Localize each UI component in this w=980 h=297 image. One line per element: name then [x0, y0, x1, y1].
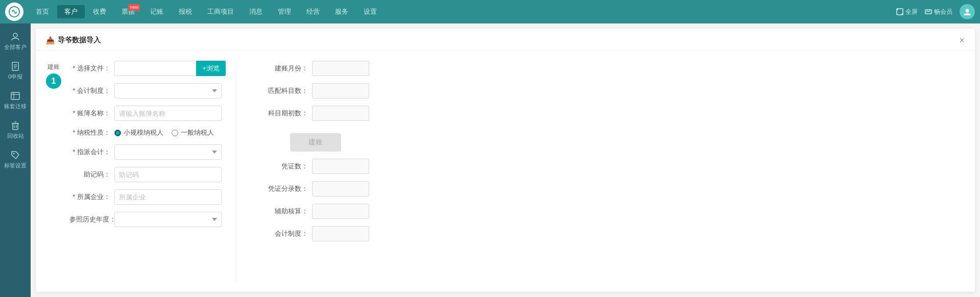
transfer-icon	[10, 91, 20, 101]
trash-icon	[10, 120, 20, 131]
accounting-system-value	[312, 226, 369, 241]
radio-general-tax-input[interactable]	[172, 130, 178, 136]
build-button[interactable]: 建账	[290, 133, 341, 152]
sidebar-item-all-customers[interactable]: 全部客户	[1, 28, 30, 55]
sidebar-item-declaration[interactable]: 0申报	[1, 57, 30, 85]
nav-service[interactable]: 服务	[328, 5, 355, 18]
dialog-header: 📥 导爷数据导入 ×	[36, 29, 975, 51]
svg-point-17	[13, 153, 15, 155]
sidebar-trash-label: 回收站	[7, 132, 24, 140]
user-icon	[10, 32, 20, 42]
accountant-row: * 指派会计：	[69, 144, 226, 160]
ledger-label: * 账簿名称：	[69, 109, 110, 118]
main-layout: 全部客户 0申报 账套迁移	[0, 23, 980, 297]
fullscreen-button[interactable]: 全屏	[896, 8, 918, 16]
nav-operation[interactable]: 经营	[299, 5, 327, 18]
company-input[interactable]	[114, 189, 222, 205]
accounting-label: * 会计制度：	[69, 86, 110, 95]
history-row: 参照历史年度：	[69, 212, 226, 227]
accountant-select[interactable]	[114, 144, 222, 160]
company-label: * 所属企业：	[69, 192, 110, 202]
nav-customer[interactable]: 客户	[57, 5, 85, 18]
form-area: * 选择文件： +浏览 * 会计制度：	[69, 61, 226, 227]
step-label: 建账	[47, 63, 60, 71]
memo-row: 助记码：	[69, 167, 226, 182]
init-value	[312, 106, 369, 121]
vip-button[interactable]: 畅会员	[925, 8, 952, 16]
month-label: 建账月份：	[262, 64, 308, 73]
step-block: 建账 1 * 选择文件： +浏览	[46, 61, 226, 282]
user-avatar[interactable]	[960, 4, 975, 19]
import-icon: 📥	[46, 36, 55, 44]
nav-invoice[interactable]: 票据 new	[114, 5, 142, 18]
radio-small-tax-input[interactable]	[114, 130, 121, 136]
new-badge: new	[128, 4, 140, 11]
svg-rect-12	[13, 123, 18, 130]
tag-icon	[10, 150, 20, 160]
init-field: 科目期初数：	[262, 106, 369, 121]
svg-point-3	[966, 9, 969, 13]
radio-general-tax[interactable]: 一般纳税人	[172, 128, 214, 137]
match-label: 匹配科目数：	[262, 86, 308, 95]
ledger-row: * 账簿名称：	[69, 106, 226, 121]
nav-right: 全屏 畅会员	[896, 4, 975, 19]
radio-small-tax[interactable]: 小规模纳税人	[114, 128, 163, 137]
accounting-system-label: 会计制度：	[262, 229, 308, 238]
history-label: 参照历史年度：	[69, 215, 110, 224]
aux-label: 辅助核算：	[262, 207, 308, 216]
main-content: 📥 导爷数据导入 × 建账 1 * 选择文件	[31, 23, 980, 297]
ledger-input[interactable]	[114, 106, 222, 121]
aux-field: 辅助核算：	[262, 204, 369, 219]
browse-button[interactable]: +浏览	[196, 61, 226, 76]
vip-icon	[925, 8, 932, 15]
month-value	[312, 61, 369, 76]
right-panel: 建账月份： 匹配科目数： 科目期初数： 建账	[247, 61, 369, 282]
sidebar: 全部客户 0申报 账套迁移	[0, 23, 31, 297]
app-logo[interactable]	[5, 3, 23, 21]
history-select[interactable]	[114, 212, 222, 227]
company-row: * 所属企业：	[69, 189, 226, 205]
dialog-body: 建账 1 * 选择文件： +浏览	[36, 51, 975, 292]
nav-home[interactable]: 首页	[29, 5, 56, 18]
match-field: 匹配科目数：	[262, 83, 369, 98]
month-field: 建账月份：	[262, 61, 369, 76]
sidebar-tags-label: 标签设置	[4, 162, 27, 169]
voucher-records-label: 凭证分录数：	[262, 184, 308, 193]
sidebar-transfer-label: 账套迁移	[4, 103, 27, 110]
nav-management[interactable]: 管理	[271, 5, 298, 18]
nav-message[interactable]: 消息	[242, 5, 270, 18]
step-indicator: 建账 1	[46, 63, 61, 89]
dialog-close-button[interactable]: ×	[959, 36, 965, 45]
tax-label: * 纳税性质：	[69, 128, 110, 137]
nav-tax[interactable]: 报税	[172, 5, 199, 18]
file-label: * 选择文件：	[69, 64, 110, 73]
step-circle: 1	[46, 73, 61, 89]
memo-label: 助记码：	[69, 170, 110, 179]
accounting-row: * 会计制度：	[69, 83, 226, 98]
nav-settings[interactable]: 设置	[356, 5, 384, 18]
top-nav: 首页 客户 收费 票据 new 记账 报税 工商项目 消息 管理 经营 服务 设…	[0, 0, 980, 23]
voucher-records-value	[312, 181, 369, 196]
nav-fee[interactable]: 收费	[86, 5, 113, 18]
tax-row: * 纳税性质： 小规模纳税人 一般纳税人	[69, 128, 226, 137]
file-input[interactable]	[114, 61, 196, 76]
svg-rect-9	[11, 92, 19, 100]
init-label: 科目期初数：	[262, 109, 308, 118]
sidebar-item-trash[interactable]: 回收站	[1, 116, 30, 144]
file-icon	[10, 61, 20, 71]
sidebar-item-transfer[interactable]: 账套迁移	[1, 87, 30, 114]
fullscreen-icon	[896, 8, 903, 15]
nav-items: 首页 客户 收费 票据 new 记账 报税 工商项目 消息 管理 经营 服务 设…	[29, 5, 896, 18]
accountant-label: * 指派会计：	[69, 147, 110, 157]
nav-business[interactable]: 工商项目	[200, 5, 241, 18]
sidebar-all-customers-label: 全部客户	[4, 43, 27, 51]
voucher-field: 凭证数：	[262, 159, 369, 174]
vertical-divider	[236, 61, 236, 282]
sidebar-item-tags[interactable]: 标签设置	[1, 146, 30, 174]
memo-input[interactable]	[114, 167, 222, 182]
accounting-select[interactable]	[114, 83, 222, 98]
sidebar-declaration-label: 0申报	[8, 73, 22, 81]
voucher-value	[312, 159, 369, 174]
match-value	[312, 83, 369, 98]
nav-bookkeeping[interactable]: 记账	[143, 5, 171, 18]
